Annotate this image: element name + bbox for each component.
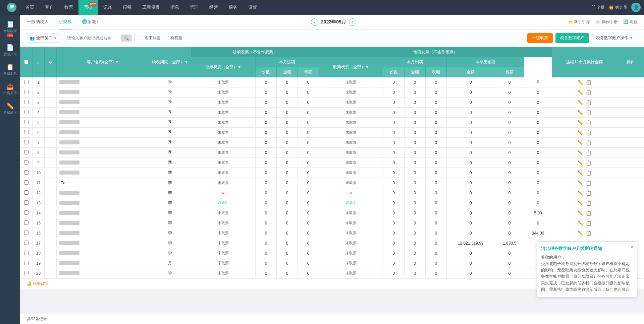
cell-customer-name[interactable]: [57, 87, 149, 98]
copy-icon[interactable]: 📋: [586, 160, 591, 166]
cell-customer-name[interactable]: [57, 208, 149, 218]
row-checkbox[interactable]: [24, 160, 29, 165]
cell-customer-name[interactable]: [57, 268, 149, 278]
row-checkbox[interactable]: [24, 231, 29, 235]
copy-icon[interactable]: 📋: [586, 140, 591, 145]
cell-in-status[interactable]: 未取票: [191, 268, 256, 278]
cell-in-status[interactable]: 未取票: [191, 168, 256, 178]
cell-in-status[interactable]: 未取票: [191, 228, 256, 238]
cell-out-status[interactable]: 取票中: [319, 198, 383, 208]
cell-in-status[interactable]: 未取票: [191, 208, 256, 218]
period-next-btn[interactable]: ›: [349, 18, 356, 26]
copy-icon[interactable]: 📋: [586, 200, 591, 206]
copy-icon[interactable]: 📋: [586, 130, 591, 135]
th-in-status[interactable]: 取票状态（全部）▼: [191, 57, 256, 77]
th-tax-period[interactable]: 纳税期限（全部）▼: [149, 47, 191, 77]
cell-out-status[interactable]: 未取票: [319, 138, 383, 148]
edit-icon[interactable]: ✏️: [578, 231, 583, 236]
row-checkbox[interactable]: [24, 110, 29, 114]
copy-icon[interactable]: 📋: [586, 80, 591, 85]
cell-customer-name[interactable]: [57, 77, 149, 87]
nav-operation[interactable]: 经营: [204, 0, 223, 15]
cell-customer-name[interactable]: [57, 168, 149, 178]
nav-settings[interactable]: 设置: [243, 0, 262, 15]
cell-customer-name[interactable]: [57, 218, 149, 228]
tab-general-taxpayer[interactable]: 一般纳税人: [27, 15, 49, 29]
user-avatar[interactable]: 👤: [631, 3, 641, 12]
sidebar-item-open-invoice[interactable]: 📄 发票开具: [0, 41, 20, 59]
copy-icon[interactable]: 📋: [586, 231, 591, 236]
refresh-btn[interactable]: 🔄 刷新: [623, 19, 637, 25]
cell-customer-name[interactable]: [57, 198, 149, 208]
cell-customer-name[interactable]: [57, 108, 149, 118]
copy-icon[interactable]: 📋: [586, 90, 591, 95]
tax-account-ops-btn[interactable]: 税务数字账户操作 ▼: [592, 33, 637, 43]
edit-icon[interactable]: ✏️: [578, 200, 583, 206]
cell-customer-name[interactable]: [57, 258, 149, 268]
employee-select[interactable]: 👥 全部员工 ▼: [27, 34, 60, 43]
nav-service[interactable]: 服务: [223, 0, 243, 15]
sidebar-item-scan[interactable]: 📤 扫描上传: [0, 80, 20, 98]
cell-out-status[interactable]: 未取票: [319, 128, 383, 138]
sidebar-item-summary[interactable]: 📋 票据汇总: [0, 61, 20, 79]
th-customer-name[interactable]: 客户名称(全部) ▼: [57, 47, 149, 77]
cell-in-status[interactable]: 未取票: [191, 218, 256, 228]
search-button[interactable]: 🔍: [121, 35, 132, 42]
row-checkbox[interactable]: [24, 170, 29, 175]
row-checkbox[interactable]: [24, 120, 29, 124]
nav-message[interactable]: 消息: [165, 0, 184, 15]
cell-customer-name[interactable]: [57, 248, 149, 258]
cell-out-status[interactable]: 未取票: [319, 238, 383, 248]
edit-icon[interactable]: ✏️: [578, 140, 583, 145]
subledger-checkbox[interactable]: [139, 36, 143, 40]
cell-in-status[interactable]: 未取票: [191, 238, 256, 248]
cell-in-status[interactable]: 未取票: [191, 158, 256, 168]
sidebar-item-smart-fetch[interactable]: 🧾 智能取票 new: [0, 18, 20, 40]
nav-home[interactable]: 首页: [20, 0, 40, 15]
cell-in-status[interactable]: 未取票: [191, 77, 256, 87]
copy-icon[interactable]: 📋: [586, 110, 591, 115]
cell-customer-name[interactable]: [57, 238, 149, 248]
cell-in-status[interactable]: 未取票: [191, 128, 256, 138]
period-prev-btn[interactable]: ‹: [311, 18, 318, 26]
row-checkbox[interactable]: [24, 140, 29, 144]
cell-out-status[interactable]: ⊗: [319, 188, 383, 198]
fullscreen-btn[interactable]: ⛶ 全屏: [591, 5, 605, 10]
edit-icon[interactable]: ✏️: [578, 220, 583, 226]
th-out-status[interactable]: 取票状态（全部）▼: [319, 57, 383, 77]
edit-icon[interactable]: ✏️: [578, 130, 583, 135]
select-all-checkbox[interactable]: [24, 60, 29, 64]
copy-icon[interactable]: 📋: [586, 210, 591, 216]
cell-out-status[interactable]: 未取票: [319, 228, 383, 238]
cell-out-status[interactable]: 未取票: [319, 98, 383, 108]
copy-icon[interactable]: 📋: [586, 170, 591, 176]
cell-out-status[interactable]: 未取票: [319, 87, 383, 98]
cell-out-status[interactable]: 未取票: [319, 268, 383, 278]
cell-customer-name[interactable]: [57, 148, 149, 158]
cell-out-status[interactable]: 未取票: [319, 208, 383, 218]
copy-icon[interactable]: 📋: [586, 120, 591, 125]
search-input[interactable]: [67, 36, 121, 41]
cell-customer-name[interactable]: tEa: [57, 178, 149, 188]
cell-in-status[interactable]: 取票中: [191, 198, 256, 208]
cell-out-status[interactable]: 未取票: [319, 178, 383, 188]
edit-icon[interactable]: ✏️: [578, 190, 583, 196]
tab-all[interactable]: 🌐 全能 ▼: [82, 15, 99, 29]
cell-in-status[interactable]: 未取票: [191, 108, 256, 118]
row-checkbox[interactable]: [24, 190, 29, 195]
row-checkbox[interactable]: [24, 271, 29, 275]
edit-icon[interactable]: ✏️: [578, 150, 583, 155]
row-checkbox[interactable]: [24, 251, 29, 255]
nav-business[interactable]: 工商项目: [137, 0, 165, 15]
row-checkbox[interactable]: [24, 210, 29, 215]
tax-disk-checkbox[interactable]: [165, 36, 169, 40]
cell-customer-name[interactable]: [57, 228, 149, 238]
edit-icon[interactable]: ✏️: [578, 100, 583, 105]
checkbox-tax-disk[interactable]: 有税盘: [165, 35, 182, 41]
cell-out-status[interactable]: 未取票: [319, 148, 383, 158]
cell-in-status[interactable]: ⊗: [191, 188, 256, 198]
row-checkbox[interactable]: [24, 90, 29, 94]
notification-close-btn[interactable]: ✕: [630, 244, 634, 250]
cell-out-status[interactable]: 未取票: [319, 258, 383, 268]
row-checkbox[interactable]: [24, 150, 29, 154]
